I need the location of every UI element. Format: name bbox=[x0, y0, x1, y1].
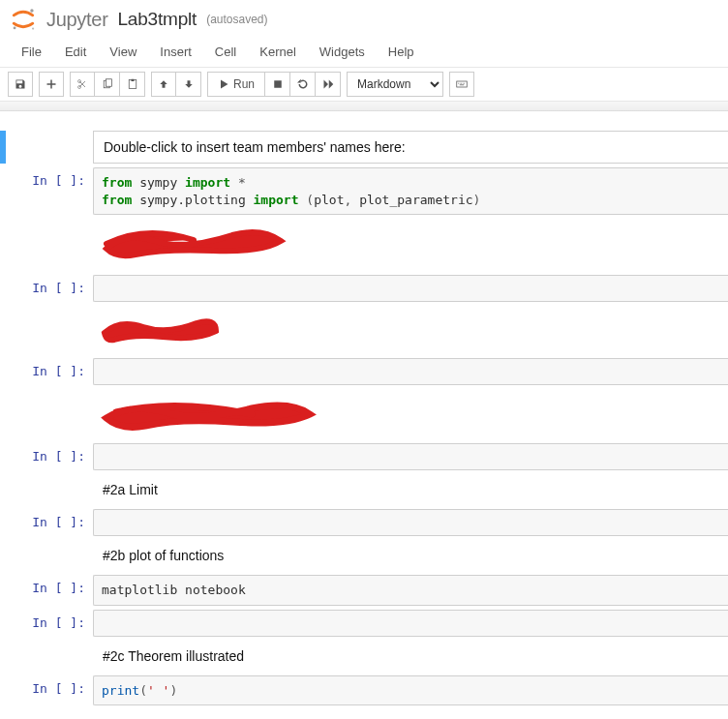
command-palette-button[interactable] bbox=[449, 72, 474, 97]
svg-rect-6 bbox=[106, 79, 111, 87]
svg-point-2 bbox=[32, 27, 34, 29]
jupyter-logo-icon bbox=[10, 6, 37, 33]
run-label: Run bbox=[233, 77, 255, 91]
save-icon bbox=[15, 78, 26, 90]
notebook-container: Double-click to insert team members' nam… bbox=[0, 111, 728, 705]
cell-type-select[interactable]: Markdown bbox=[347, 72, 443, 97]
menu-cell[interactable]: Cell bbox=[203, 39, 248, 67]
cell-prompt bbox=[6, 540, 93, 571]
svg-rect-9 bbox=[274, 80, 282, 88]
code-input[interactable] bbox=[93, 358, 728, 385]
markdown-cell[interactable]: #2c Theorem illustrated bbox=[0, 641, 728, 672]
cell-prompt bbox=[6, 641, 93, 672]
add-cell-button[interactable] bbox=[39, 72, 64, 97]
code-cell[interactable]: In [ ]: bbox=[0, 443, 728, 470]
paste-button[interactable] bbox=[120, 72, 145, 97]
cell-prompt bbox=[6, 474, 93, 505]
code-cell[interactable]: In [ ]: bbox=[0, 275, 728, 302]
code-input[interactable] bbox=[93, 443, 728, 470]
menu-kernel[interactable]: Kernel bbox=[248, 39, 308, 67]
code-input[interactable]: matplotlib notebook bbox=[93, 575, 728, 606]
cell-prompt: In [ ]: bbox=[6, 275, 93, 302]
redaction-scribble bbox=[0, 306, 728, 356]
run-button[interactable]: Run bbox=[207, 72, 265, 97]
redaction-scribble bbox=[0, 219, 728, 273]
stop-icon bbox=[272, 78, 284, 90]
header: Jupyter Lab3tmplt (autosaved) bbox=[0, 0, 728, 37]
restart-run-all-button[interactable] bbox=[316, 72, 341, 97]
copy-button[interactable] bbox=[95, 72, 120, 97]
markdown-cell[interactable]: #2a Limit bbox=[0, 474, 728, 505]
scissors-icon bbox=[76, 78, 88, 90]
svg-rect-10 bbox=[457, 81, 468, 87]
markdown-cell[interactable]: Double-click to insert team members' nam… bbox=[0, 131, 728, 164]
arrow-down-icon bbox=[183, 78, 195, 90]
code-input[interactable] bbox=[93, 509, 728, 536]
code-cell[interactable]: In [ ]:matplotlib notebook bbox=[0, 575, 728, 606]
copy-icon bbox=[102, 78, 113, 90]
svg-rect-8 bbox=[131, 79, 134, 81]
cell-prompt: In [ ]: bbox=[6, 575, 93, 606]
keyboard-icon bbox=[456, 78, 468, 90]
markdown-rendered[interactable]: Double-click to insert team members' nam… bbox=[94, 132, 728, 163]
cell-prompt: In [ ]: bbox=[6, 358, 93, 385]
save-button[interactable] bbox=[8, 72, 33, 97]
play-icon bbox=[218, 78, 229, 90]
svg-point-1 bbox=[14, 27, 16, 30]
markdown-rendered[interactable]: #2c Theorem illustrated bbox=[93, 641, 728, 672]
markdown-rendered[interactable]: #2a Limit bbox=[93, 474, 728, 505]
menubar: File Edit View Insert Cell Kernel Widget… bbox=[0, 37, 728, 68]
code-cell[interactable]: In [ ]: bbox=[0, 358, 728, 385]
code-input[interactable] bbox=[93, 275, 728, 302]
restart-icon bbox=[297, 78, 309, 90]
menu-insert[interactable]: Insert bbox=[148, 39, 203, 67]
svg-point-0 bbox=[30, 9, 33, 12]
markdown-rendered[interactable]: #2b plot of functions bbox=[93, 540, 728, 571]
menu-view[interactable]: View bbox=[98, 39, 148, 67]
code-cell[interactable]: In [ ]:from sympy import * from sympy.pl… bbox=[0, 167, 728, 215]
toolbar-shadow bbox=[0, 102, 728, 111]
brand-name: Jupyter bbox=[46, 9, 108, 31]
arrow-up-icon bbox=[158, 78, 169, 90]
redaction-scribble bbox=[0, 389, 728, 441]
code-input[interactable]: from sympy import * from sympy.plotting … bbox=[93, 167, 728, 215]
code-cell[interactable]: In [ ]:print(' ') bbox=[0, 675, 728, 706]
menu-file[interactable]: File bbox=[10, 39, 53, 67]
code-input[interactable] bbox=[93, 610, 728, 637]
code-input[interactable]: print(' ') bbox=[93, 675, 728, 706]
markdown-cell[interactable]: #2b plot of functions bbox=[0, 540, 728, 571]
restart-button[interactable] bbox=[290, 72, 316, 97]
paste-icon bbox=[127, 78, 138, 90]
fast-forward-icon bbox=[322, 78, 334, 90]
cut-button[interactable] bbox=[70, 72, 95, 97]
cell-prompt bbox=[6, 131, 93, 164]
cell-prompt: In [ ]: bbox=[6, 675, 93, 706]
toolbar: Run Markdown bbox=[0, 68, 728, 102]
move-down-button[interactable] bbox=[176, 72, 201, 97]
menu-edit[interactable]: Edit bbox=[53, 39, 98, 67]
cell-prompt: In [ ]: bbox=[6, 167, 93, 215]
cell-prompt: In [ ]: bbox=[6, 509, 93, 536]
notebook-title[interactable]: Lab3tmplt bbox=[118, 9, 197, 30]
interrupt-button[interactable] bbox=[265, 72, 290, 97]
autosave-status: (autosaved) bbox=[206, 13, 267, 26]
menu-widgets[interactable]: Widgets bbox=[308, 39, 377, 67]
move-up-button[interactable] bbox=[151, 72, 176, 97]
cell-prompt: In [ ]: bbox=[6, 443, 93, 470]
cell-prompt: In [ ]: bbox=[6, 610, 93, 637]
code-cell[interactable]: In [ ]: bbox=[0, 509, 728, 536]
menu-help[interactable]: Help bbox=[377, 39, 426, 67]
plus-icon bbox=[46, 78, 57, 90]
code-cell[interactable]: In [ ]: bbox=[0, 610, 728, 637]
